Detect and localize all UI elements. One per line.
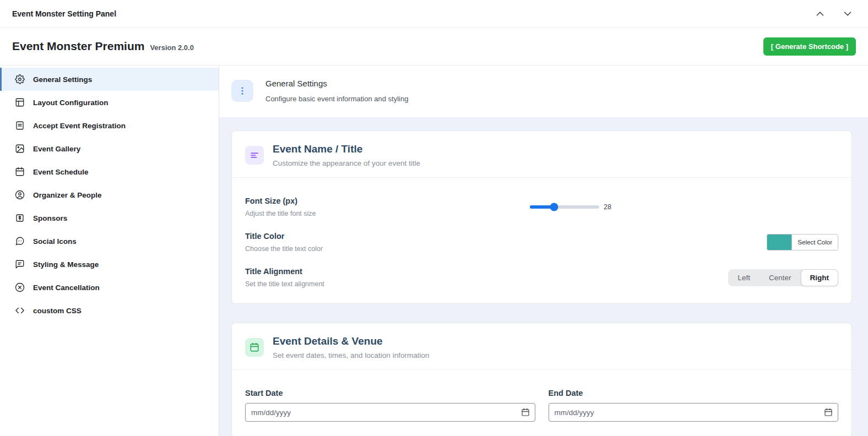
title-alignment-group: Left Center Right: [728, 269, 838, 286]
topbar: Event Monster Setting Panel: [0, 0, 868, 28]
start-date-input[interactable]: [245, 403, 535, 422]
event-title-card: Event Name / Title Customize the appeara…: [231, 130, 852, 304]
sidebar-item-event-schedule[interactable]: Event Schedule: [0, 160, 219, 183]
section-title: General Settings: [265, 79, 408, 88]
sidebar-item-event-gallery[interactable]: Event Gallery: [0, 137, 219, 160]
x-circle-icon: [15, 282, 25, 292]
sidebar-item-label: Event Cancellation: [33, 284, 100, 292]
event-details-card: Event Details & Venue Set event dates, t…: [231, 323, 852, 436]
message-square-icon: [15, 259, 25, 269]
section-subtitle: Configure basic event information and st…: [265, 95, 408, 103]
generate-shortcode-button[interactable]: [ Generate Shortcode ]: [763, 37, 856, 56]
title-alignment-row: Title Alignment Set the title text align…: [245, 253, 838, 288]
document-icon: [15, 121, 25, 130]
end-date-input[interactable]: [549, 403, 839, 422]
sidebar-item-label: General Settings: [33, 75, 92, 84]
section-header: General Settings Configure basic event i…: [219, 66, 868, 117]
sidebar-item-social-icons[interactable]: Social Icons: [0, 230, 219, 253]
sidebar-item-label: Layout Configuration: [33, 99, 108, 107]
layout-icon: [15, 97, 25, 107]
title-color-description: Choose the title text color: [245, 245, 323, 253]
card-title: Event Name / Title: [273, 143, 420, 155]
main-content: General Settings Configure basic event i…: [219, 66, 868, 436]
sidebar: General Settings Layout Configuration Ac…: [0, 66, 219, 436]
vertical-dots-icon: [231, 80, 253, 102]
chevron-down-icon[interactable]: [842, 8, 854, 20]
panel-title: Event Monster Setting Panel: [12, 9, 116, 18]
app-version: Version 2.0.0: [150, 43, 194, 52]
end-date-label: End Date: [549, 389, 839, 397]
calendar-icon: [15, 167, 25, 177]
title-color-row: Title Color Choose the title text color …: [245, 217, 838, 253]
header: Event Monster Premium Version 2.0.0 [ Ge…: [0, 28, 868, 65]
sidebar-item-label: Sponsors: [33, 214, 67, 222]
sidebar-item-general-settings[interactable]: General Settings: [0, 68, 219, 91]
title-color-label: Title Color: [245, 232, 323, 241]
sidebar-item-label: coustom CSS: [33, 307, 82, 315]
sidebar-item-label: Social Icons: [33, 237, 77, 246]
image-icon: [15, 144, 25, 154]
font-size-label: Font Size (px): [245, 197, 316, 205]
sidebar-item-custom-css[interactable]: coustom CSS: [0, 299, 219, 322]
title-color-picker[interactable]: Select Color: [767, 234, 838, 250]
slider-thumb[interactable]: [550, 203, 558, 211]
align-right-button[interactable]: Right: [801, 269, 839, 286]
sidebar-item-organizer-people[interactable]: Organizer & People: [0, 183, 219, 206]
sidebar-item-layout-configuration[interactable]: Layout Configuration: [0, 91, 219, 114]
title-alignment-label: Title Alignment: [245, 267, 324, 276]
card-title: Event Details & Venue: [273, 335, 429, 347]
calendar-picker-icon[interactable]: [824, 408, 833, 417]
sidebar-item-event-cancellation[interactable]: Event Cancellation: [0, 276, 219, 299]
calendar-picker-icon[interactable]: [521, 408, 530, 417]
sidebar-item-label: Styling & Message: [33, 260, 99, 269]
calendar-icon: [245, 338, 264, 357]
title-alignment-description: Set the title text alignment: [245, 280, 324, 288]
sidebar-item-styling-message[interactable]: Styling & Message: [0, 253, 219, 276]
sidebar-item-label: Event Schedule: [33, 168, 89, 176]
gear-icon: [15, 74, 25, 84]
sidebar-item-accept-event-registration[interactable]: Accept Event Registration: [0, 114, 219, 137]
settings-content: Event Name / Title Customize the appeara…: [219, 117, 868, 436]
color-swatch[interactable]: [767, 235, 791, 250]
font-size-value: 28: [604, 203, 611, 211]
dollar-badge-icon: [15, 213, 25, 223]
align-center-button[interactable]: Center: [760, 269, 801, 286]
font-size-description: Adjust the title font size: [245, 210, 316, 217]
sidebar-item-label: Event Gallery: [33, 145, 80, 153]
sidebar-item-label: Organizer & People: [33, 191, 102, 199]
code-icon: [15, 306, 25, 315]
text-align-icon: [245, 146, 264, 165]
start-date-label: Start Date: [245, 389, 535, 397]
select-color-button[interactable]: Select Color: [791, 235, 838, 250]
card-subtitle: Customize the appearance of your event t…: [273, 159, 420, 167]
sidebar-item-label: Accept Event Registration: [33, 122, 126, 130]
card-subtitle: Set event dates, times, and location inf…: [273, 351, 429, 359]
chat-bubble-icon: [15, 236, 25, 246]
font-size-slider[interactable]: [530, 205, 599, 209]
person-circle-icon: [15, 190, 25, 200]
sidebar-item-sponsors[interactable]: Sponsors: [0, 206, 219, 230]
app-title: Event Monster Premium: [12, 40, 144, 53]
end-date-field: End Date: [549, 389, 839, 422]
align-left-button[interactable]: Left: [728, 269, 760, 286]
chevron-up-icon[interactable]: [814, 8, 826, 20]
start-date-field: Start Date: [245, 389, 535, 422]
font-size-row: Font Size (px) Adjust the title font siz…: [245, 182, 838, 217]
